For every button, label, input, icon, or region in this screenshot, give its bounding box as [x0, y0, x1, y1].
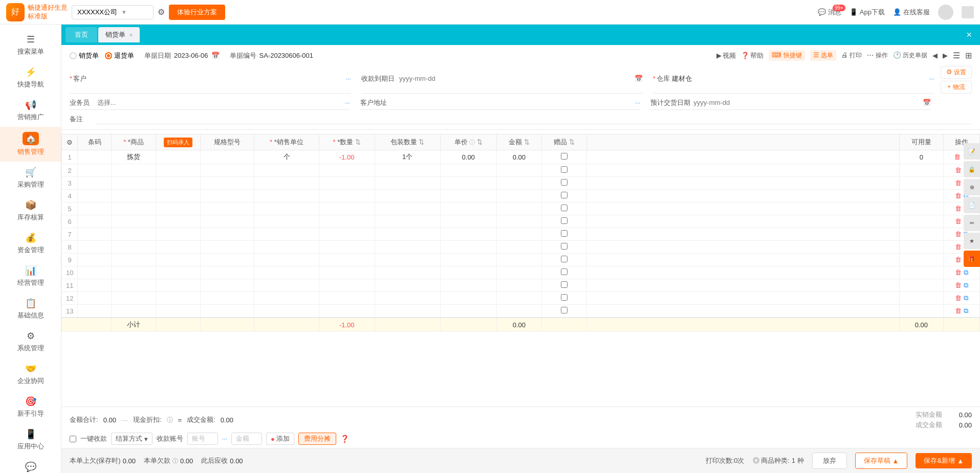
th-gear-icon[interactable]: ⚙	[67, 139, 73, 146]
gift-checkbox[interactable]	[561, 153, 568, 160]
delete-row-icon[interactable]: 🗑	[955, 307, 962, 314]
gift-checkbox[interactable]	[561, 281, 568, 288]
gift-checkbox[interactable]	[561, 230, 568, 237]
amount-field[interactable]: 金额	[231, 433, 262, 445]
sidebar-item-shortcuts[interactable]: ⚡ 快捷导航	[0, 61, 61, 94]
fee-distribution-button[interactable]: 费用分摊	[298, 433, 336, 445]
print-action[interactable]: 🖨 打印	[841, 51, 862, 60]
tab-sales[interactable]: 销货单 ×	[98, 27, 140, 42]
history-action[interactable]: 🕐 历史单据	[893, 51, 927, 60]
radio-returns[interactable]: 退货单	[105, 51, 134, 60]
delete-row-icon[interactable]: 🗑	[955, 217, 962, 225]
delete-row-icon[interactable]: 🗑	[955, 256, 962, 263]
calendar-icon[interactable]: 📅	[211, 52, 220, 59]
sidebar-item-finance[interactable]: 💰 资金管理	[0, 227, 61, 260]
gift-checkbox[interactable]	[561, 256, 568, 262]
user-menu[interactable]	[962, 6, 974, 18]
rfloat-btn-5[interactable]: ✏	[964, 215, 980, 231]
tab-close-icon[interactable]: ×	[129, 32, 133, 38]
copy-row-icon[interactable]: ⧉	[964, 307, 968, 314]
one-click-pay-checkbox[interactable]	[70, 436, 76, 442]
prev-arrow[interactable]: ◀	[932, 52, 938, 59]
save-draft-button[interactable]: 保存草稿 ▲	[855, 453, 908, 469]
company-selector[interactable]: XXXXXX公司 ▾	[72, 5, 154, 19]
gift-checkbox[interactable]	[561, 294, 568, 301]
sidebar-item-basic[interactable]: 📋 基础信息	[0, 292, 61, 325]
settings-btn[interactable]: ⚙ 设置	[941, 66, 972, 79]
next-arrow[interactable]: ▶	[943, 52, 948, 59]
rfloat-btn-4[interactable]: 📄	[964, 197, 980, 213]
sidebar-item-appstore[interactable]: 📱 应用中心	[0, 423, 61, 456]
rfloat-btn-3[interactable]: ⊕	[964, 179, 980, 195]
operate-action[interactable]: ⋯ 操作	[867, 51, 887, 60]
settings-icon[interactable]: ⚙	[158, 7, 165, 17]
gift-checkbox[interactable]	[561, 192, 568, 198]
grid-view-icon[interactable]: ⊞	[965, 51, 972, 60]
app-download-item[interactable]: 📱 App下载	[850, 8, 885, 17]
salesperson-input[interactable]	[95, 98, 345, 107]
list-view-icon[interactable]: ☰	[953, 51, 960, 60]
delete-row-icon[interactable]: 🗑	[955, 230, 962, 238]
sidebar-item-search[interactable]: ☰ 搜索菜单	[0, 29, 61, 61]
avatar[interactable]	[938, 5, 953, 20]
qty-sort-icon[interactable]: ⇅	[355, 138, 361, 146]
delivery-date-icon[interactable]: 📅	[923, 99, 931, 106]
account-input[interactable]: 账号	[187, 433, 218, 445]
salesperson-dots[interactable]: ···	[345, 99, 350, 106]
sidebar-item-purchase[interactable]: 🛒 采购管理	[0, 162, 61, 194]
sidebar-item-marketing[interactable]: 📢 营销推广	[0, 94, 61, 127]
rfloat-btn-1[interactable]: 📝	[964, 143, 980, 160]
settlement-select[interactable]: 结算方式 ▾	[111, 433, 153, 445]
logistics-btn[interactable]: + 物流	[941, 81, 972, 94]
sidebar-item-system[interactable]: ⚙ 系统管理	[0, 325, 61, 358]
sidebar-item-enterprise[interactable]: 🤝 企业协同	[0, 358, 61, 391]
scan-button[interactable]: 扫码录入	[164, 138, 192, 147]
date-picker-icon[interactable]: 📅	[635, 75, 643, 82]
delete-row-icon[interactable]: 🗑	[955, 268, 962, 276]
shortcut-action[interactable]: ⌨ 快捷键	[769, 50, 804, 61]
sidebar-item-inventory[interactable]: 📦 库存核算	[0, 194, 61, 227]
sidebar-item-weixin[interactable]: 💬 企业微信	[0, 456, 61, 473]
gift-checkbox[interactable]	[561, 166, 568, 173]
sidebar-item-operations[interactable]: 📊 经营管理	[0, 260, 61, 292]
delete-row-icon[interactable]: 🗑	[955, 205, 962, 212]
account-dots[interactable]: ···	[222, 435, 227, 442]
message-icon-item[interactable]: 💬 消息 99+	[818, 8, 841, 17]
gift-checkbox[interactable]	[561, 217, 568, 224]
warehouse-dots[interactable]: ···	[929, 75, 934, 82]
sidebar-item-sales[interactable]: 🏠 销售管理	[0, 127, 61, 162]
customer-input[interactable]	[99, 74, 346, 83]
trial-button[interactable]: 体验行业方案	[169, 5, 225, 20]
gift-checkbox[interactable]	[561, 179, 568, 186]
pack-sort-icon[interactable]: ⇅	[419, 138, 424, 146]
delete-row-icon[interactable]: 🗑	[955, 166, 962, 174]
rfloat-btn-7[interactable]: 🎁	[964, 251, 980, 267]
video-action[interactable]: ▶ 视频	[716, 51, 736, 60]
gift-checkbox[interactable]	[561, 268, 568, 275]
gift-sort-icon[interactable]: ⇅	[569, 138, 575, 146]
help-action[interactable]: ❓ 帮助	[741, 51, 764, 60]
close-all-icon[interactable]: ×	[966, 30, 976, 40]
select-action[interactable]: ☰ 选单	[810, 50, 836, 61]
unit-price-sort-icon[interactable]: ⇅	[477, 138, 483, 146]
delete-row-icon[interactable]: 🗑	[955, 179, 962, 187]
gift-checkbox[interactable]	[561, 243, 568, 250]
gift-checkbox[interactable]	[561, 205, 568, 211]
save-new-button[interactable]: 保存&新增 ▲	[916, 453, 972, 468]
discard-button[interactable]: 放弃	[812, 453, 847, 469]
online-service-item[interactable]: 👤 在线客服	[893, 8, 930, 17]
sidebar-item-guide[interactable]: 🎯 新手引导	[0, 391, 61, 423]
delete-row-icon[interactable]: 🗑	[955, 281, 962, 289]
delete-row-icon[interactable]: 🗑	[954, 153, 961, 161]
copy-row-icon[interactable]: ⧉	[964, 268, 968, 276]
rfloat-btn-2[interactable]: 🔒	[964, 161, 980, 177]
addr-dots[interactable]: ···	[635, 99, 640, 106]
delete-row-icon[interactable]: 🗑	[955, 192, 962, 199]
gift-checkbox[interactable]	[561, 307, 568, 313]
copy-row-icon[interactable]: ⧉	[964, 294, 968, 302]
amount-sort-icon[interactable]: ⇅	[524, 138, 530, 146]
tab-home[interactable]: 首页	[66, 27, 97, 42]
add-button[interactable]: ● 添加	[266, 433, 294, 445]
rfloat-btn-6[interactable]: ★	[964, 233, 980, 249]
copy-row-icon[interactable]: ⧉	[964, 281, 968, 289]
